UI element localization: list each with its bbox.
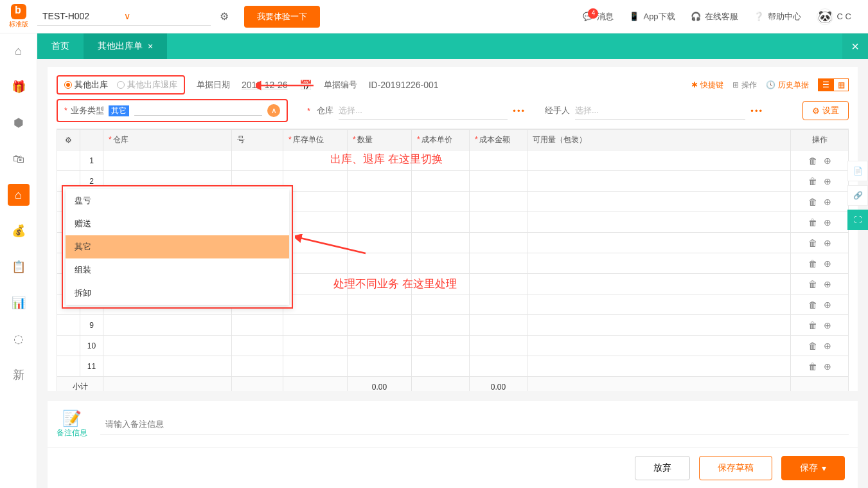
nav-app-download[interactable]: 📱 App下载 <box>621 11 682 23</box>
col-cost-amount: *成本金额 <box>470 130 527 150</box>
history-icon: 🕓 <box>766 80 775 89</box>
sidebar-bag-icon[interactable]: 🛍 <box>8 148 30 170</box>
sidebar-warehouse-icon[interactable]: ⌂ <box>8 184 30 206</box>
remark-input[interactable] <box>100 414 849 435</box>
save-draft-button[interactable]: 保存草稿 <box>699 456 772 480</box>
add-row-icon[interactable]: ⊕ <box>824 320 831 330</box>
sidebar-money-icon[interactable]: 💰 <box>8 220 30 242</box>
sidebar-home-icon[interactable]: ⌂ <box>8 40 30 62</box>
dock-expand-icon[interactable]: ⛶ <box>847 210 868 230</box>
sidebar-house-icon[interactable]: ⬢ <box>8 112 30 134</box>
dropdown-option[interactable]: 拆卸 <box>66 282 289 305</box>
subtotal-row: 小计 0.00 0.00 <box>57 377 849 392</box>
delete-row-icon[interactable]: 🗑 <box>808 279 817 289</box>
sidebar-gift-icon[interactable]: 🎁 <box>8 76 30 98</box>
handler-field[interactable]: 经手人 选择... ••• <box>545 102 763 120</box>
out-type-radio-group: 其他出库 其他出库退库 <box>57 75 185 95</box>
close-all-tabs-icon[interactable]: × <box>842 33 868 59</box>
dropdown-option[interactable]: 盘亏 <box>66 189 289 212</box>
dropdown-option[interactable]: 其它 <box>66 235 289 258</box>
app-download-label: App下载 <box>643 11 675 23</box>
delete-row-icon[interactable]: 🗑 <box>808 341 817 351</box>
delete-row-icon[interactable]: 🗑 <box>808 197 817 207</box>
header-row: 其他出库 其他出库退库 单据日期 2019-12-26 <box>57 73 849 96</box>
right-dock: 📄 🔗 ⛶ <box>847 161 868 230</box>
nav-user[interactable]: 🐼 C C <box>809 8 859 25</box>
handler-label: 经手人 <box>545 105 570 116</box>
store-selector[interactable]: TEST-H002 ∨ <box>37 8 211 26</box>
delete-row-icon[interactable]: 🗑 <box>808 217 817 228</box>
view-toggle: ☰ ▦ <box>818 78 849 91</box>
dock-note-icon[interactable]: 📄 <box>847 161 868 181</box>
tab-home[interactable]: 首页 <box>37 33 84 59</box>
table-row[interactable]: 1🗑⊕ <box>57 150 849 171</box>
store-name: TEST-H002 <box>42 11 124 21</box>
app-logo: 标准版 <box>0 4 37 29</box>
sidebar-new-icon[interactable]: 新 <box>8 364 30 386</box>
shortcut-link[interactable]: ✱快捷键 <box>691 80 723 91</box>
discard-button[interactable]: 放弃 <box>635 456 690 480</box>
sidebar-report-icon[interactable]: 📊 <box>8 292 30 314</box>
add-row-icon[interactable]: ⊕ <box>824 197 831 207</box>
headset-icon: 🎧 <box>691 12 701 21</box>
history-link[interactable]: 🕓历史单据 <box>766 80 809 91</box>
add-row-icon[interactable]: ⊕ <box>824 156 831 166</box>
dropdown-option[interactable]: 赠送 <box>66 212 289 235</box>
sidebar-sync-icon[interactable]: ◌ <box>8 328 30 350</box>
messages-badge: 4 <box>588 8 598 19</box>
add-row-icon[interactable]: ⊕ <box>824 300 831 310</box>
biz-type-value[interactable]: 其它 <box>109 105 129 116</box>
phone-icon: 📱 <box>629 12 639 21</box>
radio-other-out[interactable]: 其他出库 <box>64 79 108 91</box>
sidebar-clipboard-icon[interactable]: 📋 <box>8 256 30 278</box>
radio-dot-icon <box>117 81 125 89</box>
nav-messages[interactable]: 💬 4 消息 <box>575 11 621 23</box>
col-stock-unit: *库存单位 <box>283 130 348 150</box>
table-row[interactable]: 10🗑⊕ <box>57 336 849 356</box>
delete-row-icon[interactable]: 🗑 <box>808 176 817 186</box>
add-row-icon[interactable]: ⊕ <box>824 238 831 248</box>
view-list-icon[interactable]: ☰ <box>818 78 833 91</box>
tab-label: 其他出库单 <box>98 41 143 52</box>
save-button[interactable]: 保存▾ <box>781 456 845 480</box>
delete-row-icon[interactable]: 🗑 <box>808 361 817 372</box>
delete-row-icon[interactable]: 🗑 <box>808 258 817 269</box>
settings-button[interactable]: ⚙ 设置 <box>802 101 849 120</box>
chevron-down-icon: ∨ <box>124 11 206 21</box>
tab-close-icon[interactable]: × <box>148 41 153 51</box>
add-row-icon[interactable]: ⊕ <box>824 217 831 228</box>
dock-link-icon[interactable]: 🔗 <box>847 185 868 206</box>
warehouse-field[interactable]: * 仓库 选择... ••• <box>307 102 526 120</box>
grid-icon: ⊞ <box>732 80 739 89</box>
radio-return-label: 其他出库退库 <box>127 79 177 91</box>
add-row-icon[interactable]: ⊕ <box>824 258 831 269</box>
delete-row-icon[interactable]: 🗑 <box>808 300 817 310</box>
add-row-icon[interactable]: ⊕ <box>824 176 831 186</box>
delete-row-icon[interactable]: 🗑 <box>808 238 817 248</box>
delete-row-icon[interactable]: 🗑 <box>808 320 817 330</box>
more-icon[interactable]: ••• <box>750 106 763 116</box>
col-config[interactable]: ⚙ <box>57 130 80 150</box>
tab-other-outbound[interactable]: 其他出库单 × <box>84 33 167 59</box>
doc-id-label: 单据编号 <box>324 79 357 91</box>
table-row[interactable]: 9🗑⊕ <box>57 315 849 336</box>
dropdown-toggle-icon[interactable]: ∧ <box>267 104 280 117</box>
col-cost-price: *成本单价 <box>412 130 470 150</box>
table-row[interactable]: 11🗑⊕ <box>57 356 849 377</box>
radio-other-return[interactable]: 其他出库退库 <box>117 79 177 91</box>
doc-id-value: ID-20191226-001 <box>369 80 439 90</box>
nav-online-service[interactable]: 🎧 在线客服 <box>683 11 746 23</box>
add-row-icon[interactable]: ⊕ <box>824 279 831 289</box>
biz-type-input[interactable] <box>134 105 262 116</box>
dropdown-option[interactable]: 组装 <box>66 258 289 282</box>
experience-button[interactable]: 我要体验一下 <box>244 6 320 28</box>
operate-link[interactable]: ⊞操作 <box>732 80 757 91</box>
nav-help-center[interactable]: ❔ 帮助中心 <box>746 11 809 23</box>
more-icon[interactable]: ••• <box>513 106 526 116</box>
add-row-icon[interactable]: ⊕ <box>824 341 831 351</box>
settings-gear-icon[interactable]: ⚙ <box>220 10 229 23</box>
footer-actions: 放弃 保存草稿 保存▾ <box>48 447 858 488</box>
add-row-icon[interactable]: ⊕ <box>824 361 831 372</box>
delete-row-icon[interactable]: 🗑 <box>808 156 817 166</box>
view-card-icon[interactable]: ▦ <box>833 78 849 91</box>
